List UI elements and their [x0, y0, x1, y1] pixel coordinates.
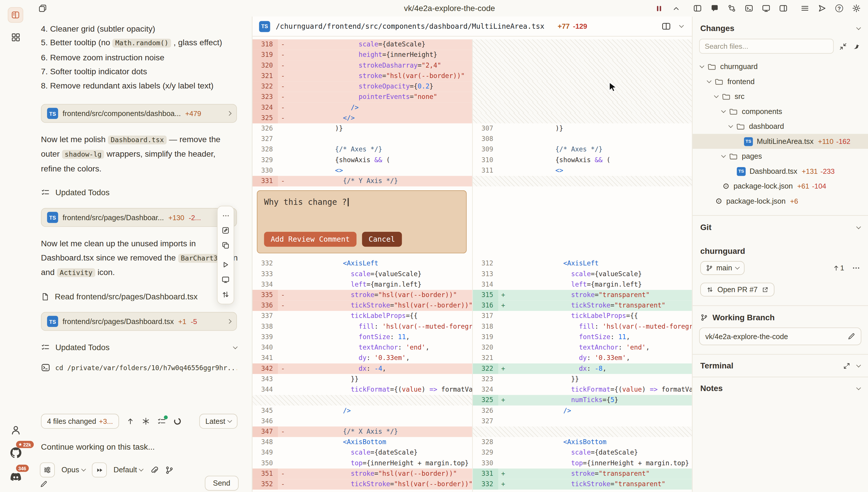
- updated-todos-row[interactable]: Updated Todos: [41, 343, 237, 352]
- comment-input[interactable]: Why this change ?: [264, 196, 460, 207]
- diff-row[interactable]: 332+ tickStroke="transparent": [473, 479, 692, 489]
- settings-sliders-button[interactable]: [40, 462, 54, 477]
- diff-row[interactable]: 318- scale={dateScale}: [253, 39, 472, 50]
- edit-pencil-icon[interactable]: [847, 333, 855, 340]
- latest-dropdown[interactable]: Latest: [200, 414, 237, 428]
- terminal-icon[interactable]: [744, 3, 754, 13]
- diff-row[interactable]: 324 tickFormat={(value) => formatValue(v…: [473, 385, 692, 395]
- diff-row[interactable]: 318 fill: 'hsl(var(--muted-foreground))'…: [473, 321, 692, 332]
- diff-row[interactable]: 343 }}: [253, 374, 472, 385]
- diff-row[interactable]: 338 fill: 'hsl(var(--muted-foreground))'…: [253, 321, 472, 332]
- diff-row[interactable]: 339 fontSize: 11,: [253, 332, 472, 342]
- diff-row[interactable]: 347- {/* X Axis */}: [253, 426, 472, 437]
- diff-row[interactable]: 330 <>: [253, 165, 472, 176]
- notes-section-header[interactable]: Notes: [693, 377, 868, 399]
- send-button[interactable]: Send: [205, 476, 239, 491]
- run-icon[interactable]: [817, 3, 827, 13]
- window-stack-icon[interactable]: [38, 3, 48, 13]
- diff-row[interactable]: 319 fontSize: 11,: [473, 332, 692, 342]
- working-branch-input[interactable]: vk/4e2a-explore-the-code: [699, 327, 861, 345]
- tree-item[interactable]: TSDashboard.tsx+131-233: [693, 164, 868, 178]
- diff-row[interactable]: 323- pointerEvents="none": [253, 92, 472, 102]
- diff-row[interactable]: 321- stroke="hsl(var(--border))": [253, 71, 472, 81]
- terminal-command-row[interactable]: cd /private/var/folders/10/h7w0q46556ggr…: [41, 363, 237, 372]
- updated-todos-row[interactable]: Updated Todos: [41, 188, 237, 197]
- diff-row[interactable]: 308: [473, 134, 692, 144]
- diff-row[interactable]: 322- strokeOpacity={0.2}: [253, 81, 472, 92]
- attach-button[interactable]: [150, 466, 159, 474]
- diff-row[interactable]: 340 textAnchor: 'end',: [253, 342, 472, 353]
- diff-row[interactable]: 348 <AxisBottom: [253, 437, 472, 447]
- compare-button[interactable]: [217, 287, 234, 302]
- diff-row[interactable]: 321 dy: '0.33em',: [473, 353, 692, 364]
- diff-row[interactable]: 323 }}: [473, 374, 692, 385]
- diff-row[interactable]: 330 top={innerHeight + margin.top}: [473, 458, 692, 468]
- diff-row[interactable]: 342- dx: -4,: [253, 364, 472, 374]
- git-section-header[interactable]: Git: [693, 216, 868, 237]
- diff-row[interactable]: 312 <AxisLeft: [473, 259, 692, 269]
- diff-row[interactable]: 350 top={innerHeight + margin.top}: [253, 458, 472, 468]
- diff-row[interactable]: 333 scale={valueScale}: [253, 269, 472, 279]
- split-view-icon[interactable]: [662, 22, 671, 31]
- diff-row[interactable]: 311 <>: [473, 165, 692, 176]
- more-options-icon[interactable]: [852, 264, 861, 272]
- diff-row[interactable]: 322+ dx: -8,: [473, 364, 692, 374]
- github-icon[interactable]: 22k: [9, 447, 22, 460]
- diff-row[interactable]: 331+ stroke="transparent": [473, 468, 692, 479]
- monitor-button[interactable]: [217, 272, 234, 287]
- mode-dropdown[interactable]: Default: [114, 466, 143, 474]
- tree-item[interactable]: package-lock.json+6: [693, 194, 868, 208]
- changes-section-header[interactable]: Changes: [693, 17, 868, 38]
- chevron-down-icon[interactable]: [233, 344, 237, 349]
- tree-item[interactable]: frontend: [693, 74, 868, 89]
- terminal-section-header[interactable]: Terminal: [693, 354, 868, 376]
- todos-status-icon[interactable]: [157, 417, 166, 426]
- diff-row[interactable]: 307 )}: [473, 123, 692, 134]
- scroll-up-icon[interactable]: [126, 417, 135, 425]
- collapse-up-icon[interactable]: [671, 3, 681, 13]
- cancel-button[interactable]: Cancel: [362, 232, 402, 247]
- diff-row[interactable]: 313 scale={valueScale}: [473, 269, 692, 279]
- diff-row[interactable]: 326 />: [473, 405, 692, 416]
- ahead-indicator[interactable]: 1: [832, 264, 844, 272]
- diff-row[interactable]: 332 <AxisLeft: [253, 259, 472, 269]
- branch-dropdown[interactable]: main: [700, 261, 744, 275]
- diff-row[interactable]: 325+ numTicks={5}: [473, 395, 692, 405]
- copy-button[interactable]: [217, 238, 234, 253]
- model-dropdown[interactable]: Opus: [62, 466, 85, 474]
- help-icon[interactable]: ?: [834, 3, 844, 13]
- diff-row[interactable]: 320- strokeDasharray="2,4": [253, 60, 472, 71]
- diff-row[interactable]: 310 {showAxis && (: [473, 155, 692, 165]
- diff-row[interactable]: 326 )}: [253, 123, 472, 134]
- diff-row[interactable]: 324- />: [253, 102, 472, 113]
- add-review-comment-button[interactable]: Add Review Comment: [264, 232, 356, 247]
- collapse-all-icon[interactable]: [839, 42, 847, 50]
- tree-item[interactable]: src: [693, 89, 868, 104]
- diff-row[interactable]: 341 dy: '0.33em',: [253, 353, 472, 364]
- search-input[interactable]: [699, 39, 834, 53]
- bird-icon[interactable]: [852, 42, 862, 51]
- diff-row[interactable]: 325- </>: [253, 113, 472, 123]
- review-comment-box[interactable]: Why this change ?Add Review CommentCance…: [257, 190, 467, 253]
- diff-row[interactable]: 327: [253, 134, 472, 144]
- diff-row[interactable]: 344 tickFormat={(value) => formatValue(v…: [253, 385, 472, 395]
- tree-item[interactable]: dashboard: [693, 119, 868, 134]
- diff-row[interactable]: 329 scale={dateScale}: [473, 448, 692, 458]
- diff-row[interactable]: 336- tickStroke="hsl(var(--border))": [253, 300, 472, 311]
- expand-icon[interactable]: [843, 362, 850, 369]
- diff-row[interactable]: 320 textAnchor: 'end',: [473, 342, 692, 353]
- diff-row[interactable]: 314 left={margin.left}: [473, 279, 692, 290]
- file-change-chip[interactable]: TS frontend/src/pages/Dashboar... +130 -…: [41, 208, 237, 227]
- spark-icon[interactable]: [142, 417, 150, 425]
- diff-row[interactable]: 334 left={margin.left}: [253, 279, 472, 290]
- panel-right-icon[interactable]: [778, 3, 788, 13]
- chat-bubble-icon[interactable]: [710, 3, 720, 13]
- diff-row[interactable]: 329 {showAxis && (: [253, 155, 472, 165]
- settings-gear-icon[interactable]: [851, 3, 861, 13]
- diff-row[interactable]: 335- stroke="hsl(var(--border))": [253, 290, 472, 300]
- diff-row[interactable]: 328 {/* Axes */}: [253, 145, 472, 155]
- diff-row[interactable]: 345 />: [253, 405, 472, 416]
- git-compare-icon[interactable]: [727, 3, 737, 13]
- diff-row[interactable]: 346: [253, 416, 472, 426]
- integrations-button[interactable]: [165, 466, 174, 474]
